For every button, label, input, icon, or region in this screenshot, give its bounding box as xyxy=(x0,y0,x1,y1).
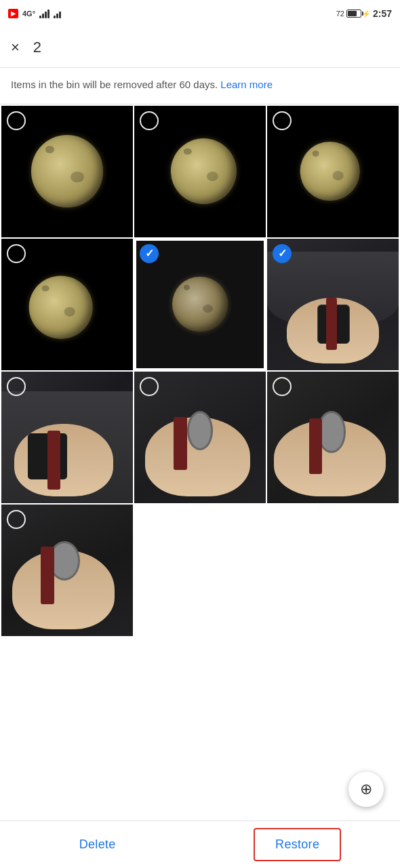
select-circle[interactable] xyxy=(7,377,26,396)
signal-bars xyxy=(39,9,49,18)
status-right: 72 ⚡ 2:57 xyxy=(336,8,392,19)
photo-grid: ✓ ✓ xyxy=(0,104,400,637)
youtube-icon: ▶ xyxy=(8,9,18,18)
zoom-fab[interactable]: ⊕ xyxy=(348,772,384,807)
network-type: 4G° xyxy=(22,9,35,18)
photo-cell[interactable] xyxy=(1,372,133,503)
delete-button[interactable]: Delete xyxy=(59,829,136,860)
select-circle[interactable] xyxy=(273,377,292,396)
select-circle-checked[interactable]: ✓ xyxy=(140,244,159,263)
battery-percent: 72 xyxy=(336,9,344,18)
photo-cell-selected[interactable]: ✓ xyxy=(267,239,399,370)
signal-bars-2 xyxy=(54,9,61,18)
selection-count: 2 xyxy=(33,39,41,56)
photo-cell[interactable] xyxy=(1,239,133,370)
status-left: ▶ 4G° xyxy=(8,9,61,18)
select-circle[interactable] xyxy=(7,244,26,263)
photo-cell[interactable] xyxy=(134,372,266,503)
info-message: Items in the bin will be removed after 6… xyxy=(11,79,220,90)
status-bar: ▶ 4G° 72 ⚡ 2:57 xyxy=(0,0,400,27)
photo-cell[interactable] xyxy=(267,372,399,503)
photo-cell[interactable] xyxy=(134,106,266,237)
restore-button[interactable]: Restore xyxy=(256,831,338,859)
select-circle[interactable] xyxy=(140,377,159,396)
restore-button-wrapper: Restore xyxy=(254,828,341,861)
learn-more-link[interactable]: Learn more xyxy=(220,79,273,90)
bottom-action-bar: Delete Restore xyxy=(0,821,400,868)
select-circle[interactable] xyxy=(273,111,292,130)
zoom-icon: ⊕ xyxy=(360,781,372,798)
top-bar: × 2 xyxy=(0,27,400,68)
photo-cell-selected[interactable]: ✓ xyxy=(134,239,266,370)
photo-cell[interactable] xyxy=(267,106,399,237)
select-circle-checked[interactable]: ✓ xyxy=(273,244,292,263)
info-bar: Items in the bin will be removed after 6… xyxy=(0,68,400,104)
battery-indicator: 72 ⚡ xyxy=(336,9,370,18)
select-circle[interactable] xyxy=(140,111,159,130)
clock: 2:57 xyxy=(373,8,392,19)
select-circle[interactable] xyxy=(7,510,26,529)
photo-cell[interactable] xyxy=(1,106,133,237)
check-icon: ✓ xyxy=(145,248,154,259)
photo-cell[interactable] xyxy=(1,505,133,636)
close-button[interactable]: × xyxy=(11,40,20,55)
check-icon: ✓ xyxy=(278,248,287,259)
select-circle[interactable] xyxy=(7,111,26,130)
battery-icon xyxy=(346,9,361,18)
